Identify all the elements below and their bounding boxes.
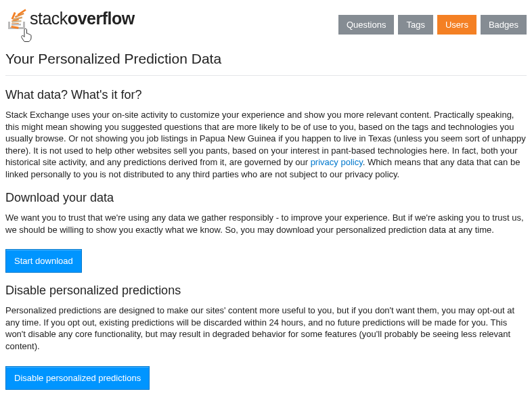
logo[interactable]: stackoverflow xyxy=(7,7,135,30)
top-nav: Questions Tags Users Badges xyxy=(338,4,527,35)
privacy-policy-link[interactable]: privacy policy xyxy=(311,157,363,167)
nav-tags[interactable]: Tags xyxy=(398,15,433,35)
start-download-button[interactable]: Start download xyxy=(5,249,82,273)
section-download-heading: Download your data xyxy=(5,191,527,205)
section-disable-heading: Disable personalized predictions xyxy=(5,284,527,298)
section-download-text: We want you to trust that we're using an… xyxy=(5,212,527,236)
page-title: Your Personalized Prediction Data xyxy=(5,51,527,67)
divider xyxy=(5,75,527,76)
disable-predictions-button[interactable]: Disable personalized predictions xyxy=(5,366,150,390)
header: stackoverflow Questions Tags Users Badge… xyxy=(5,4,527,35)
stackoverflow-icon xyxy=(7,7,27,30)
section-what-text: Stack Exchange uses your on-site activit… xyxy=(5,109,527,180)
svg-rect-0 xyxy=(12,24,21,26)
logo-text: stackoverflow xyxy=(30,9,135,28)
cursor-hand-icon xyxy=(20,28,32,44)
nav-users[interactable]: Users xyxy=(437,15,476,35)
section-what-heading: What data? What's it for? xyxy=(5,88,527,102)
nav-badges[interactable]: Badges xyxy=(481,15,527,35)
section-disable-text: Personalized predictions are designed to… xyxy=(5,305,527,352)
nav-questions[interactable]: Questions xyxy=(338,15,395,35)
logo-wrap: stackoverflow xyxy=(5,4,135,30)
